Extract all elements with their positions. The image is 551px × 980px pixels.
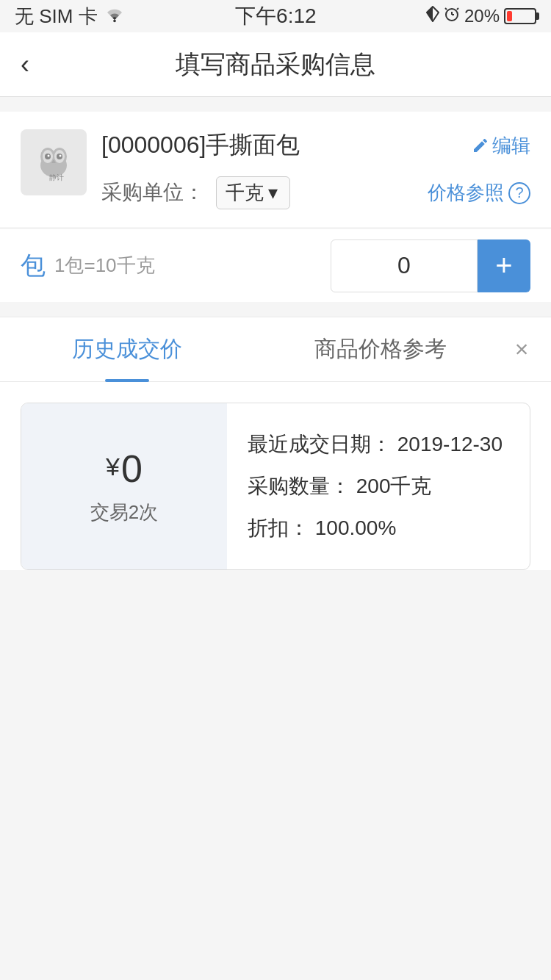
product-thumbnail: 静计	[21, 129, 87, 195]
discount-value: 100.00%	[315, 516, 397, 539]
svg-point-0	[113, 19, 116, 22]
product-unit-row: 采购单位： 千克 ▾ 价格参照 ?	[101, 176, 530, 209]
discount-row: 折扣： 100.00%	[248, 514, 509, 542]
battery-percent: 20%	[464, 6, 500, 26]
recent-date-label: 最近成交日期：	[248, 433, 392, 455]
bottom-panel: 历史成交价 商品价格参考 × ¥ 0 交易2次 最近成交日期： 2019-12-…	[0, 317, 551, 570]
qty-unit-label: 包	[21, 249, 46, 283]
purchase-qty-label: 采购数量：	[248, 475, 350, 497]
tab-close-button[interactable]: ×	[507, 317, 551, 382]
content-body	[0, 591, 551, 980]
trade-count: 交易2次	[90, 500, 158, 525]
purchase-qty-value: 200千克	[356, 475, 432, 497]
no-sim-text: 无 SIM 卡	[15, 4, 98, 29]
price-card: ¥ 0 交易2次 最近成交日期： 2019-12-30 采购数量： 200千克 …	[21, 403, 530, 570]
edit-label: 编辑	[492, 133, 530, 159]
status-bar: 无 SIM 卡 下午6:12 20%	[0, 0, 551, 32]
recent-date-value: 2019-12-30	[397, 433, 503, 455]
dropdown-arrow-icon: ▾	[268, 181, 278, 204]
product-image: 静计	[32, 137, 76, 188]
tab-active-indicator	[105, 379, 149, 382]
edit-button[interactable]: 编辑	[472, 133, 530, 159]
nav-bar: ‹ 填写商品采购信息	[0, 32, 551, 97]
quantity-input[interactable]	[331, 239, 478, 292]
svg-point-12	[60, 154, 62, 156]
quantity-plus-button[interactable]: +	[478, 239, 530, 292]
alarm-icon	[444, 6, 460, 26]
product-card: 静计 [0000006]手撕面包 编辑 采购单位： 千克 ▾ 价格参照	[0, 112, 551, 227]
location-icon	[426, 6, 439, 26]
recent-date-row: 最近成交日期： 2019-12-30	[248, 430, 509, 458]
unit-select[interactable]: 千克 ▾	[216, 176, 290, 209]
unit-section: 采购单位： 千克 ▾	[101, 176, 290, 209]
qty-conversion-note: 1包=10千克	[54, 253, 155, 278]
unit-value: 千克	[226, 180, 264, 206]
tab-product-label: 商品价格参考	[314, 334, 447, 364]
back-button[interactable]: ‹	[21, 49, 29, 80]
quantity-input-area: +	[331, 239, 530, 292]
page-title: 填写商品采购信息	[176, 48, 375, 82]
price-left-section: ¥ 0 交易2次	[21, 403, 227, 569]
help-icon: ?	[508, 182, 530, 204]
price-ref-button[interactable]: 价格参照 ?	[428, 180, 530, 206]
tab-history-price[interactable]: 历史成交价	[0, 317, 253, 382]
product-header: [0000006]手撕面包 编辑	[101, 129, 530, 162]
quantity-section: 包 1包=10千克 +	[0, 228, 551, 302]
product-name: [0000006]手撕面包	[101, 129, 300, 162]
wifi-icon	[104, 5, 126, 28]
svg-point-11	[48, 154, 50, 156]
price-currency-symbol: ¥	[106, 453, 120, 481]
status-left: 无 SIM 卡	[15, 4, 126, 29]
status-right: 20%	[426, 6, 536, 26]
tab-history-label: 历史成交价	[72, 334, 182, 364]
svg-text:静计: 静计	[49, 173, 64, 181]
tab-product-price[interactable]: 商品价格参考	[253, 317, 507, 382]
price-right-section: 最近成交日期： 2019-12-30 采购数量： 200千克 折扣： 100.0…	[227, 403, 530, 569]
price-amount: ¥ 0	[106, 447, 143, 491]
product-info: [0000006]手撕面包 编辑 采购单位： 千克 ▾ 价格参照 ?	[101, 129, 530, 209]
price-number: 0	[121, 447, 143, 491]
quantity-label-block: 包 1包=10千克	[21, 249, 155, 283]
purchase-qty-row: 采购数量： 200千克	[248, 472, 509, 500]
unit-label: 采购单位：	[101, 181, 204, 203]
battery-icon	[504, 8, 536, 24]
price-ref-label: 价格参照	[428, 180, 504, 206]
status-time: 下午6:12	[235, 2, 317, 30]
tabs-row: 历史成交价 商品价格参考 ×	[0, 317, 551, 382]
discount-label: 折扣：	[248, 516, 309, 539]
